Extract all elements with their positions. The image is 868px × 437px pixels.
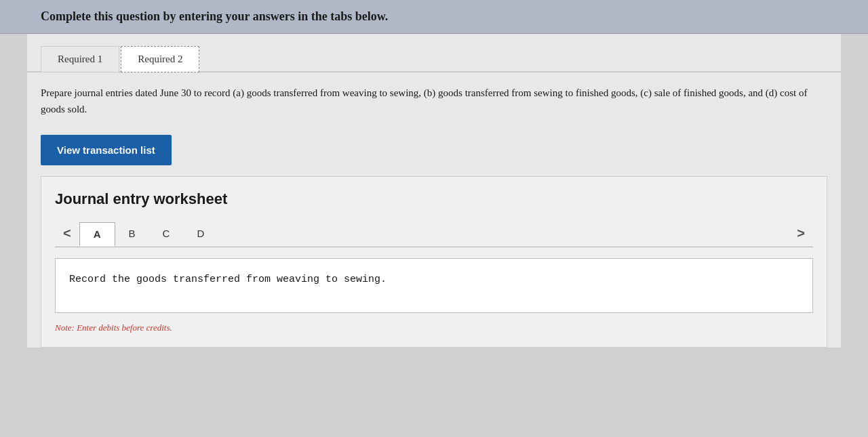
tab-required-2[interactable]: Required 2: [121, 46, 199, 72]
worksheet-tab-d[interactable]: D: [183, 222, 218, 245]
main-content: Required 1 Required 2 Prepare journal en…: [27, 34, 841, 348]
tab-required-1[interactable]: Required 1: [41, 46, 119, 72]
page-wrapper: Complete this question by entering your …: [0, 0, 868, 437]
record-box: Record the goods transferred from weavin…: [55, 258, 813, 313]
worksheet-tab-c[interactable]: C: [149, 222, 184, 245]
tabs-row: Required 1 Required 2: [27, 34, 841, 72]
worksheet-tab-b[interactable]: B: [115, 222, 149, 245]
view-transaction-button[interactable]: View transaction list: [41, 135, 172, 165]
worksheet-title: Journal entry worksheet: [55, 190, 813, 208]
instruction-banner: Complete this question by entering your …: [0, 0, 868, 34]
description-text: Prepare journal entries dated June 30 to…: [41, 87, 808, 115]
instruction-text: Complete this question by entering your …: [41, 9, 388, 23]
note-text: Note: Enter debits before credits.: [55, 322, 813, 333]
record-text: Record the goods transferred from weavin…: [69, 274, 387, 285]
worksheet-prev-button[interactable]: <: [55, 220, 79, 247]
description-area: Prepare journal entries dated June 30 to…: [27, 72, 841, 129]
worksheet-tabs-row: < A B C D >: [55, 220, 813, 247]
worksheet-container: Journal entry worksheet < A B C D > Reco…: [41, 176, 827, 348]
worksheet-next-button[interactable]: >: [789, 220, 813, 247]
worksheet-tab-a[interactable]: A: [79, 222, 115, 247]
button-row: View transaction list: [27, 129, 841, 176]
